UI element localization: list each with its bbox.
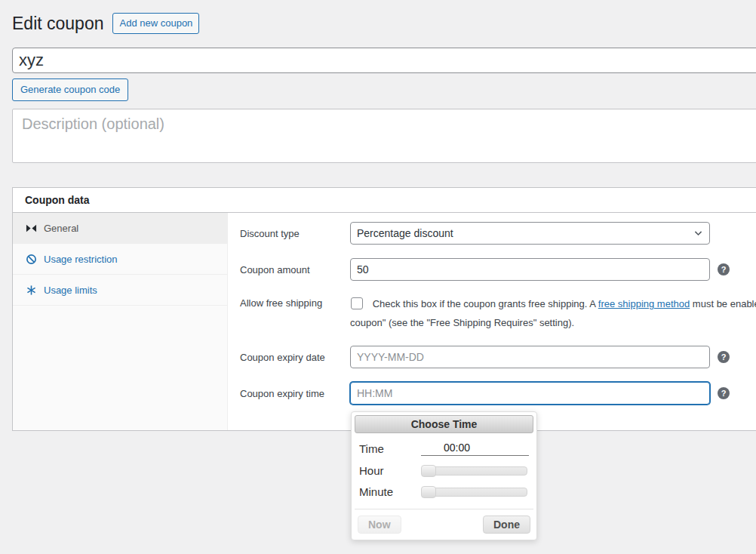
coupon-data-tabs: General Usage restriction Usage limits: [13, 213, 228, 430]
free-shipping-text-1: Check this box if the coupon grants free…: [373, 298, 598, 309]
general-panel: Discount type Percentage discount Coupon…: [228, 213, 756, 430]
discount-type-select[interactable]: Percentage discount: [350, 222, 710, 245]
coupon-description-textarea[interactable]: [12, 109, 756, 163]
expiry-time-label: Coupon expiry time: [240, 388, 350, 399]
free-shipping-checkbox[interactable]: [351, 297, 363, 309]
now-button[interactable]: Now: [358, 516, 401, 534]
minute-slider-handle[interactable]: [421, 486, 436, 498]
tab-usage-restriction[interactable]: Usage restriction: [13, 244, 227, 275]
free-shipping-text-2: must be enable: [690, 298, 756, 309]
coupon-data-body: General Usage restriction Usage limits: [13, 213, 756, 430]
coupon-code-input[interactable]: [12, 48, 756, 73]
expiry-date-field: Coupon expiry date ?: [240, 346, 756, 368]
coupon-data-metabox: Coupon data General Usage restriction: [12, 187, 756, 431]
no-entry-icon: [26, 254, 37, 265]
hour-slider[interactable]: [421, 466, 527, 476]
free-shipping-method-link[interactable]: free shipping method: [598, 298, 690, 309]
expiry-date-input[interactable]: [350, 346, 710, 368]
time-value[interactable]: 00:00: [421, 442, 529, 456]
free-shipping-field: Allow free shipping Check this box if th…: [240, 294, 756, 332]
discount-type-field: Discount type Percentage discount: [240, 222, 756, 245]
minute-slider[interactable]: [421, 488, 527, 497]
timepicker-buttons: Now Done: [355, 509, 533, 537]
expiry-time-input[interactable]: [350, 382, 710, 405]
discount-type-label: Discount type: [240, 228, 350, 239]
timepicker-time-row: Time 00:00: [359, 442, 529, 456]
asterisk-icon: [26, 285, 37, 296]
tab-usage-limits[interactable]: Usage limits: [13, 275, 227, 306]
edit-coupon-page: Edit coupon Add new coupon Generate coup…: [12, 0, 756, 431]
free-shipping-text-3: coupon" (see the "Free Shipping Requires…: [350, 313, 756, 332]
help-icon[interactable]: ?: [718, 263, 730, 275]
tab-general[interactable]: General: [13, 213, 227, 244]
time-label: Time: [359, 442, 421, 455]
hour-label: Hour: [359, 464, 421, 477]
coupon-data-title: Coupon data: [13, 188, 756, 213]
expiry-date-label: Coupon expiry date: [240, 352, 350, 363]
tab-general-label: General: [44, 223, 78, 234]
general-icon: [26, 223, 37, 234]
coupon-amount-input[interactable]: [350, 258, 710, 281]
help-icon[interactable]: ?: [718, 387, 730, 399]
timepicker-minute-row: Minute: [359, 485, 529, 498]
expiry-time-field: Coupon expiry time ?: [240, 382, 756, 405]
minute-label: Minute: [359, 485, 421, 498]
tab-usage-limits-label: Usage limits: [44, 285, 97, 296]
free-shipping-description: Check this box if the coupon grants free…: [350, 294, 756, 332]
timepicker-popup: Choose Time Time 00:00 Hour Minute Now D…: [351, 411, 537, 540]
free-shipping-label: Allow free shipping: [240, 294, 350, 309]
timepicker-title: Choose Time: [355, 415, 533, 433]
add-new-coupon-button[interactable]: Add new coupon: [112, 13, 199, 34]
generate-coupon-code-button[interactable]: Generate coupon code: [12, 78, 128, 101]
tab-usage-restriction-label: Usage restriction: [44, 254, 118, 265]
coupon-amount-label: Coupon amount: [240, 264, 350, 275]
coupon-amount-field: Coupon amount ?: [240, 258, 756, 281]
page-title: Edit coupon: [12, 12, 103, 35]
timepicker-hour-row: Hour: [359, 464, 529, 477]
done-button[interactable]: Done: [483, 516, 530, 534]
hour-slider-handle[interactable]: [421, 465, 436, 477]
page-heading-row: Edit coupon Add new coupon: [12, 12, 756, 35]
help-icon[interactable]: ?: [718, 351, 730, 363]
